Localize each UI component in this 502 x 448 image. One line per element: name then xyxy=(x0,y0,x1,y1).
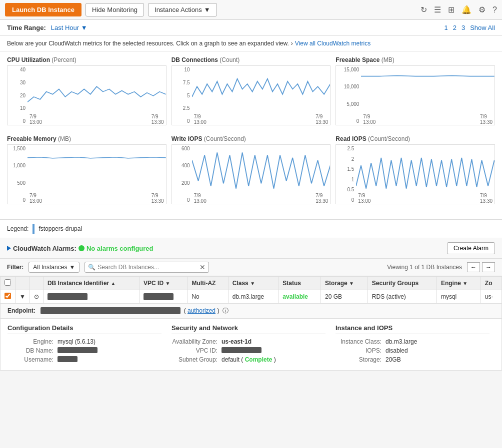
row-multi-az: No xyxy=(188,290,228,304)
select-all-checkbox[interactable] xyxy=(4,279,11,286)
row-checkbox[interactable] xyxy=(4,293,11,299)
endpoint-label: Endpoint: xyxy=(8,307,36,314)
row-security-groups: RDS (active) xyxy=(368,290,436,304)
show-all-link[interactable]: Show All xyxy=(470,24,495,31)
next-page-button[interactable]: → xyxy=(482,262,495,272)
config-vpc-row: VPC ID: xyxy=(172,347,326,354)
redacted-vpc xyxy=(144,293,174,300)
chevron-down-icon: ▼ xyxy=(204,6,210,13)
cpu-chart[interactable]: CPU Utilization (Percent) 403020100 7/91… xyxy=(7,56,166,125)
authorized-link[interactable]: authorized xyxy=(188,307,216,314)
charts-section: CPU Utilization (Percent) 403020100 7/91… xyxy=(0,51,502,220)
time-range-label: Time Range: xyxy=(7,24,46,31)
freeable-space-chart[interactable]: Freeable Space (MB) 15,00010,0005,0000 7… xyxy=(336,56,495,125)
storage-value: 20GB xyxy=(386,356,401,363)
filter-bar: Filter: All Instances ▼ 🔍 ✕ Viewing 1 of… xyxy=(0,259,502,276)
search-box: 🔍 ✕ xyxy=(84,262,209,273)
gear-icon[interactable]: ⚙ xyxy=(478,5,486,14)
hide-monitoring-button[interactable]: Hide Monitoring xyxy=(86,3,144,16)
arrow-icon: › xyxy=(291,40,293,47)
col-class[interactable]: Class ▼ xyxy=(228,277,278,290)
charts-row-1: CPU Utilization (Percent) 403020100 7/91… xyxy=(7,56,495,125)
time-range-bar: Time Range: Last Hour ▼ 1 2 3 Show All xyxy=(0,20,502,36)
table-row: ▼ ⊙ No db.m3.large available 20 GB RDS (… xyxy=(0,290,502,304)
prev-page-button[interactable]: ← xyxy=(467,262,480,272)
subnet-label: Subnet Group: xyxy=(172,356,222,363)
col-checkbox xyxy=(0,277,16,290)
redacted-dbname xyxy=(58,347,98,353)
config-subnet-row: Subnet Group: default ( Complete ) xyxy=(172,356,326,363)
row-storage: 20 GB xyxy=(321,290,368,304)
read-iops-chart[interactable]: Read IOPS (Count/Second) 2.521.510.50 7/… xyxy=(336,135,495,204)
all-instances-dropdown[interactable]: All Instances ▼ xyxy=(28,262,80,273)
toolbar-icons: ↻ ☰ ⊞ 🔔 ⚙ ? xyxy=(420,5,497,14)
engine-label: Engine: xyxy=(8,338,58,345)
col-engine[interactable]: Engine ▼ xyxy=(436,277,480,290)
config-row: Configuration Details Engine: mysql (5.6… xyxy=(0,319,502,371)
search-input[interactable] xyxy=(98,264,198,271)
row-engine: mysql xyxy=(436,290,480,304)
config-instance-class-row: Instance Class: db.m3.large xyxy=(336,338,490,345)
username-label: Username: xyxy=(8,356,58,363)
help-icon[interactable]: ? xyxy=(492,5,497,14)
info-icon[interactable]: ⓘ xyxy=(222,307,228,314)
clear-search-icon[interactable]: ✕ xyxy=(200,263,206,271)
iops-col: Instance and IOPS Instance Class: db.m3.… xyxy=(330,324,494,365)
config-details-col: Configuration Details Engine: mysql (5.6… xyxy=(8,324,166,365)
page-1[interactable]: 1 xyxy=(444,24,448,31)
col-status[interactable]: Status xyxy=(278,277,321,290)
menu-icon[interactable]: ☰ xyxy=(434,5,441,14)
write-iops-chart[interactable]: Write IOPS (Count/Second) 6004002000 7/9… xyxy=(172,135,331,204)
row-zone: us- xyxy=(480,290,502,304)
triangle-icon xyxy=(7,246,11,251)
navigation-arrows: ← → xyxy=(467,262,495,272)
config-dbname-row: DB Name: xyxy=(8,347,162,354)
col-storage[interactable]: Storage ▼ xyxy=(321,277,368,290)
launch-db-button[interactable]: Launch DB Instance xyxy=(5,3,82,16)
col-security-groups[interactable]: Security Groups xyxy=(368,277,436,290)
col-details xyxy=(30,277,43,290)
viewing-info: Viewing 1 of 1 DB Instances xyxy=(387,264,462,271)
row-vpc-id xyxy=(140,290,188,304)
instance-class-label: Instance Class: xyxy=(336,338,386,345)
col-expand xyxy=(16,277,30,290)
create-alarm-button[interactable]: Create Alarm xyxy=(447,242,495,254)
subnet-value: default ( Complete ) xyxy=(222,356,276,363)
row-identifier xyxy=(43,290,139,304)
az-label: Availability Zone: xyxy=(172,338,222,345)
bell-icon[interactable]: 🔔 xyxy=(462,5,472,14)
iops-label: IOPS: xyxy=(336,347,386,354)
config-iops-row: IOPS: disabled xyxy=(336,347,490,354)
config-az-row: Availability Zone: us-east-1d xyxy=(172,338,326,345)
col-vpc-id[interactable]: VPC ID ▼ xyxy=(140,277,188,290)
iops-value: disabled xyxy=(386,347,408,354)
cloudwatch-link[interactable]: View all CloudWatch metrics xyxy=(295,40,370,47)
col-multi-az[interactable]: Multi-AZ xyxy=(188,277,228,290)
row-details-cell[interactable]: ⊙ xyxy=(30,290,43,304)
refresh-icon[interactable]: ↻ xyxy=(420,5,427,14)
grid-icon[interactable]: ⊞ xyxy=(448,5,454,14)
iops-title: Instance and IOPS xyxy=(336,324,490,334)
freeable-memory-chart[interactable]: Freeable Memory (MB) 1,5001,0005000 7/91… xyxy=(7,135,166,204)
row-expand-cell[interactable]: ▼ xyxy=(16,290,30,304)
redacted-identifier xyxy=(48,293,88,300)
legend-label: Legend: xyxy=(7,225,28,232)
expand-icon: ▼ xyxy=(20,293,26,300)
filter-label: Filter: xyxy=(7,264,24,271)
page-2[interactable]: 2 xyxy=(453,24,456,31)
top-bar: Launch DB Instance Hide Monitoring Insta… xyxy=(0,0,502,20)
time-range-selector[interactable]: Last Hour ▼ xyxy=(51,24,88,31)
col-db-identifier[interactable]: DB Instance Identifier ▲ xyxy=(43,277,139,290)
legend-color-swatch xyxy=(32,224,34,234)
charts-row-2: Freeable Memory (MB) 1,5001,0005000 7/91… xyxy=(7,135,495,204)
instance-actions-button[interactable]: Instance Actions ▼ xyxy=(148,3,217,16)
engine-value: mysql (5.6.13) xyxy=(58,338,96,345)
redacted-endpoint xyxy=(40,307,180,314)
page-3[interactable]: 3 xyxy=(462,24,465,31)
config-engine-row: Engine: mysql (5.6.13) xyxy=(8,338,162,345)
col-zone[interactable]: Zo xyxy=(480,277,502,290)
table-header-row: DB Instance Identifier ▲ VPC ID ▼ Multi-… xyxy=(0,277,502,290)
db-connections-chart[interactable]: DB Connections (Count) 107.552.50 7/913:… xyxy=(172,56,331,125)
alarms-label: CloudWatch Alarms: No alarms configured xyxy=(7,245,154,252)
chevron-down-icon: ▼ xyxy=(69,264,75,271)
